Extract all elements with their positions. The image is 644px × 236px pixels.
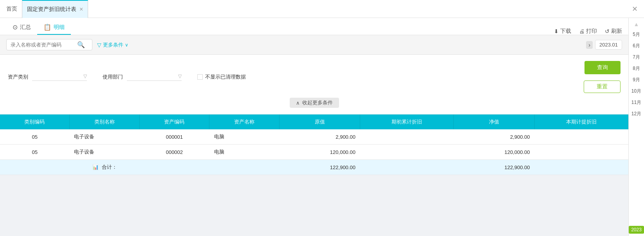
dept-filter: 使用部门 ▽ [103, 73, 182, 81]
cell-asset-code: 000001 [139, 129, 209, 145]
tab-summary-label: 汇总 [20, 24, 31, 31]
search-icon[interactable]: 🔍 [77, 41, 85, 48]
download-label: 下载 [560, 28, 571, 35]
filter-row: 资产类别 ▽ 使用部门 ▽ 不显示已清理数据 [8, 61, 621, 93]
total-accumulated [360, 160, 454, 175]
cell-asset-code: 000002 [139, 145, 209, 160]
tab-summary[interactable]: ⊙ 汇总 [6, 20, 37, 35]
search-input[interactable] [11, 42, 77, 48]
right-sidebar: ▲ 5月6月7月8月9月10月11月12月 2023 [628, 18, 644, 236]
cell-period-depreciation [535, 129, 628, 145]
print-icon: 🖨 [579, 28, 584, 34]
col-category-code: 类别编码 [0, 114, 69, 129]
total-net-value: 122,900.00 [454, 160, 535, 175]
query-button[interactable]: 查询 [584, 61, 621, 74]
cell-net-value: 120,000.00 [454, 145, 535, 160]
refresh-button[interactable]: ↺ 刷新 [605, 28, 622, 35]
table-row: 05 电子设备 000002 电脑 120,000.00 120,000.00 [0, 145, 628, 160]
sidebar-month-item[interactable]: 12月 [631, 108, 641, 120]
cell-original-value: 2,900.00 [279, 129, 360, 145]
download-icon: ⬇ [554, 28, 559, 34]
collapse-label: 收起更多条件 [302, 99, 333, 106]
no-clear-checkbox-item: 不显示已清理数据 [197, 73, 246, 80]
col-asset-code: 资产编码 [139, 114, 209, 129]
col-category-name: 类别名称 [69, 114, 139, 129]
download-button[interactable]: ⬇ 下载 [554, 28, 571, 35]
cell-accumulated-depreciation [360, 145, 454, 160]
print-label: 打印 [586, 28, 597, 35]
data-table: 类别编码 类别名称 资产编码 资产名称 原值 期初累计折旧 净值 本期计提折旧 … [0, 114, 628, 175]
more-conditions-label: 更多条件 [103, 41, 123, 48]
sidebar-up-arrow[interactable]: ▲ [632, 20, 641, 29]
cell-category-code: 05 [0, 129, 69, 145]
refresh-label: 刷新 [611, 28, 622, 35]
no-clear-label: 不显示已清理数据 [205, 73, 246, 80]
sidebar-month-item[interactable]: 10月 [631, 86, 641, 97]
col-period-depreciation: 本期计提折旧 [535, 114, 628, 129]
col-original-value: 原值 [279, 114, 360, 129]
collapse-up-icon: ∧ [296, 100, 300, 106]
sidebar-month-item[interactable]: 8月 [631, 63, 641, 74]
sub-tabs: ⊙ 汇总 📋 明细 ⬇ 下载 🖨 打印 ↺ 刷新 [0, 18, 628, 35]
search-bar: 🔍 ▽ 更多条件 ∨ › 2023.01 [0, 35, 628, 55]
total-original-value: 122,900.00 [279, 160, 360, 175]
cell-period-depreciation [535, 145, 628, 160]
top-bar: 首页 固定资产折旧统计表 × ✕ [0, 0, 644, 18]
refresh-icon: ↺ [605, 28, 610, 34]
asset-type-select[interactable]: ▽ [32, 73, 87, 81]
main-content: ⊙ 汇总 📋 明细 ⬇ 下载 🖨 打印 ↺ 刷新 [0, 18, 628, 175]
total-period [535, 160, 628, 175]
date-display: 2023.01 [595, 40, 622, 50]
total-asset-name [209, 160, 280, 175]
col-net-value: 净值 [454, 114, 535, 129]
cell-asset-name: 电脑 [209, 129, 280, 145]
cell-net-value: 2,900.00 [454, 129, 535, 145]
expand-arrow-icon[interactable]: › [586, 41, 593, 49]
col-accumulated-depreciation: 期初累计折旧 [360, 114, 454, 129]
sidebar-month-item[interactable]: 11月 [631, 97, 641, 108]
col-asset-name: 资产名称 [209, 114, 280, 129]
detail-icon: 📋 [43, 23, 51, 31]
active-tab-label: 固定资产折旧统计表 [27, 6, 76, 13]
collapse-button[interactable]: ∧ 收起更多条件 [290, 98, 339, 108]
window-close-icon[interactable]: ✕ [632, 5, 638, 13]
asset-type-filter: 资产类别 ▽ [8, 73, 87, 81]
summary-icon: ⊙ [13, 23, 18, 31]
print-button[interactable]: 🖨 打印 [579, 28, 597, 35]
dept-label: 使用部门 [103, 73, 123, 80]
no-clear-checkbox[interactable] [197, 74, 203, 80]
filter-icon: ▽ [97, 42, 101, 48]
table-header-row: 类别编码 类别名称 资产编码 资产名称 原值 期初累计折旧 净值 本期计提折旧 [0, 114, 628, 129]
cell-category-code: 05 [0, 145, 69, 160]
sidebar-month-item[interactable]: 6月 [631, 40, 641, 52]
toolbar-right: ⬇ 下载 🖨 打印 ↺ 刷新 [554, 28, 622, 35]
tab-detail-label: 明细 [54, 24, 65, 31]
sidebar-month-item[interactable]: 9月 [631, 74, 641, 86]
more-conditions-button[interactable]: ▽ 更多条件 ∨ [97, 41, 128, 48]
reset-button[interactable]: 重置 [584, 80, 621, 93]
table-row: 05 电子设备 000001 电脑 2,900.00 2,900.00 [0, 129, 628, 145]
sidebar-month-item[interactable]: 5月 [631, 29, 641, 40]
close-icon[interactable]: × [79, 6, 83, 13]
cell-category-name: 电子设备 [69, 145, 139, 160]
filter-section: 资产类别 ▽ 使用部门 ▽ 不显示已清理数据 [0, 55, 628, 114]
active-tab[interactable]: 固定资产折旧统计表 × [22, 0, 88, 18]
cell-original-value: 120,000.00 [279, 145, 360, 160]
dept-chevron-icon: ▽ [178, 73, 182, 79]
cell-category-name: 电子设备 [69, 129, 139, 145]
home-link[interactable]: 首页 [6, 5, 17, 13]
total-row: 📊 合计： 122,900.00 122,900.00 [0, 160, 628, 175]
cell-accumulated-depreciation [360, 129, 454, 145]
total-icon-cell: 📊 合计： [0, 160, 209, 175]
search-input-wrap: 🔍 [6, 39, 92, 50]
asset-type-label: 资产类别 [8, 73, 28, 80]
table-container: 类别编码 类别名称 资产编码 资产名称 原值 期初累计折旧 净值 本期计提折旧 … [0, 114, 628, 175]
sidebar-month-item[interactable]: 7月 [631, 52, 641, 63]
cell-asset-name: 电脑 [209, 145, 280, 160]
asset-type-chevron-icon: ▽ [83, 73, 87, 79]
year-badge[interactable]: 2023 [629, 226, 644, 234]
total-label: 合计： [102, 164, 117, 170]
chevron-down-icon: ∨ [125, 42, 128, 48]
dept-select[interactable]: ▽ [127, 73, 182, 81]
tab-detail[interactable]: 📋 明细 [37, 20, 71, 35]
